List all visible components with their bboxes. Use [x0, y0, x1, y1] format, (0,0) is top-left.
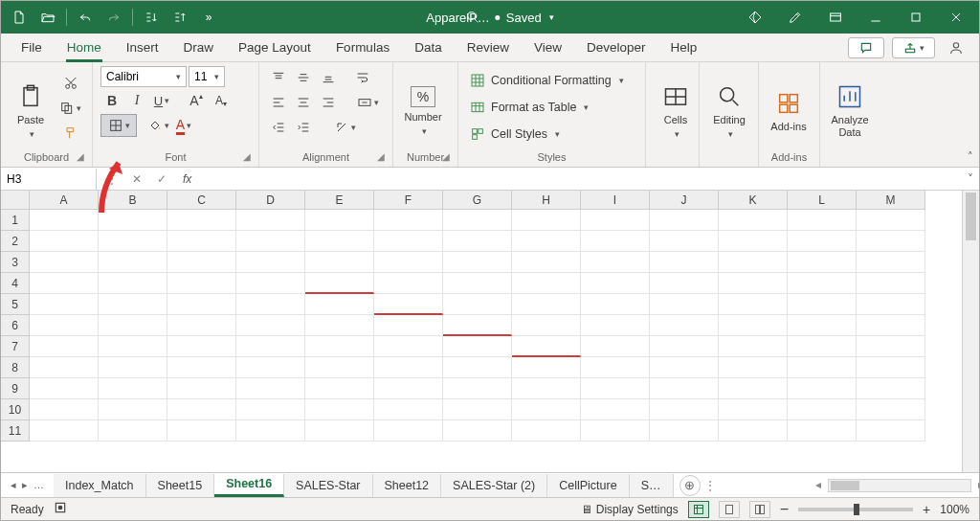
- horizontal-scrollbar[interactable]: ◂▸: [828, 479, 971, 492]
- col-header[interactable]: F: [374, 191, 443, 210]
- cell[interactable]: [719, 399, 788, 420]
- cell[interactable]: [167, 399, 236, 420]
- col-header[interactable]: G: [443, 191, 512, 210]
- cell[interactable]: [305, 252, 374, 273]
- cell[interactable]: [788, 210, 857, 231]
- row-header[interactable]: 6: [1, 315, 30, 336]
- cell[interactable]: [788, 336, 857, 357]
- cell[interactable]: [857, 210, 925, 231]
- diamond-icon[interactable]: [736, 5, 774, 30]
- cell[interactable]: [305, 315, 374, 336]
- zoom-slider[interactable]: [798, 508, 913, 511]
- font-size-combo[interactable]: 11▾: [189, 66, 225, 87]
- cell[interactable]: [719, 231, 788, 252]
- editing-button[interactable]: Editing▾: [707, 66, 751, 149]
- spreadsheet-grid[interactable]: ABCDEFGHIJKLM 1234567891011: [1, 191, 979, 472]
- cell[interactable]: [788, 273, 857, 294]
- cell[interactable]: [512, 336, 581, 357]
- row-header[interactable]: 8: [1, 357, 30, 378]
- alignment-launcher-icon[interactable]: ◢: [377, 151, 389, 163]
- cell[interactable]: [650, 231, 719, 252]
- cell[interactable]: [374, 210, 443, 231]
- vertical-scrollbar[interactable]: [962, 191, 979, 472]
- sheet-tab[interactable]: Sheet15: [146, 474, 215, 497]
- col-header[interactable]: H: [512, 191, 581, 210]
- cell[interactable]: [512, 315, 581, 336]
- cell[interactable]: [650, 210, 719, 231]
- cell[interactable]: [167, 378, 236, 399]
- cell[interactable]: [719, 420, 788, 442]
- row-header[interactable]: 10: [1, 399, 30, 420]
- cell[interactable]: [650, 294, 719, 315]
- cell[interactable]: [857, 315, 925, 336]
- cell[interactable]: [650, 420, 719, 442]
- row-header[interactable]: 3: [1, 252, 30, 273]
- view-page-layout-icon[interactable]: [719, 501, 740, 518]
- row-header[interactable]: 7: [1, 336, 30, 357]
- display-settings-button[interactable]: 🖥 Display Settings: [581, 503, 678, 516]
- align-middle-icon[interactable]: [292, 66, 315, 89]
- cell[interactable]: [374, 336, 443, 357]
- font-name-combo[interactable]: Calibri▾: [100, 66, 187, 87]
- clipboard-launcher-icon[interactable]: ◢: [77, 151, 88, 163]
- sheet-nav-ellipsis[interactable]: …: [33, 479, 44, 491]
- formula-input[interactable]: [197, 169, 962, 190]
- cell[interactable]: [99, 378, 167, 399]
- cell[interactable]: [788, 315, 857, 336]
- cell[interactable]: [512, 294, 581, 315]
- save-status[interactable]: Saved: [506, 11, 542, 25]
- zoom-in-button[interactable]: +: [923, 502, 930, 517]
- cell[interactable]: [99, 420, 167, 442]
- cell[interactable]: [236, 399, 305, 420]
- cell[interactable]: [236, 357, 305, 378]
- cell[interactable]: [650, 357, 719, 378]
- cell[interactable]: [581, 420, 650, 442]
- cell[interactable]: [167, 231, 236, 252]
- align-bottom-icon[interactable]: [317, 66, 340, 89]
- undo-icon[interactable]: [73, 5, 98, 30]
- cell[interactable]: [443, 420, 512, 442]
- cell[interactable]: [30, 315, 99, 336]
- cell[interactable]: [650, 399, 719, 420]
- col-header[interactable]: D: [236, 191, 305, 210]
- view-page-break-icon[interactable]: [749, 501, 770, 518]
- cell[interactable]: [30, 357, 99, 378]
- align-right-icon[interactable]: [317, 91, 340, 114]
- analyze-data-button[interactable]: Analyze Data: [828, 66, 872, 149]
- sheet-tab[interactable]: Index_Match: [54, 474, 146, 497]
- cell[interactable]: [167, 294, 236, 315]
- sheet-tab[interactable]: Sheet16: [214, 474, 284, 497]
- cell[interactable]: [99, 336, 167, 357]
- col-header[interactable]: L: [788, 191, 857, 210]
- italic-button[interactable]: I: [125, 89, 148, 112]
- col-header[interactable]: K: [719, 191, 788, 210]
- cell[interactable]: [788, 294, 857, 315]
- select-all-corner[interactable]: [1, 191, 30, 210]
- cell[interactable]: [581, 399, 650, 420]
- cell[interactable]: [374, 420, 443, 442]
- cell[interactable]: [374, 252, 443, 273]
- cell[interactable]: [857, 357, 925, 378]
- borders-button[interactable]: ▾: [100, 114, 137, 137]
- cell[interactable]: [374, 357, 443, 378]
- orientation-icon[interactable]: ▾: [326, 116, 363, 139]
- cell[interactable]: [512, 357, 581, 378]
- cell[interactable]: [581, 315, 650, 336]
- cell[interactable]: [236, 294, 305, 315]
- cell-styles-button[interactable]: Cell Styles▾: [466, 124, 637, 145]
- cell[interactable]: [719, 357, 788, 378]
- col-header[interactable]: A: [30, 191, 99, 210]
- sheet-tab[interactable]: SALES-Star: [284, 474, 372, 497]
- row-header[interactable]: 1: [1, 210, 30, 231]
- cell[interactable]: [30, 336, 99, 357]
- fill-color-button[interactable]: ▾: [146, 114, 170, 137]
- cell[interactable]: [305, 210, 374, 231]
- expand-formula-bar-icon[interactable]: ˅: [962, 172, 979, 186]
- decrease-font-icon[interactable]: A▾: [210, 89, 233, 112]
- cell[interactable]: [857, 273, 925, 294]
- cell[interactable]: [30, 231, 99, 252]
- view-normal-icon[interactable]: [688, 501, 709, 518]
- col-header[interactable]: J: [650, 191, 719, 210]
- cell[interactable]: [857, 399, 925, 420]
- bold-button[interactable]: B: [100, 89, 123, 112]
